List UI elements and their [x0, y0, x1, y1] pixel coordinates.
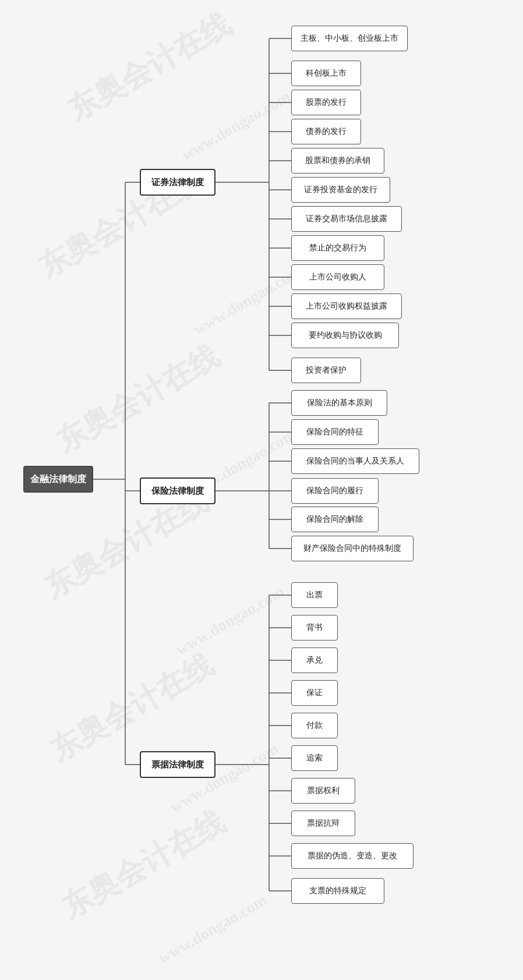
mind-map-diagram: 东奥会计在线 www.dongao.com 东奥会计在线 www.dongao.…	[0, 0, 523, 980]
leaf-node: 禁止的交易行为	[291, 235, 384, 261]
leaf-node: 支票的特殊规定	[291, 878, 384, 904]
leaf-node: 背书	[291, 615, 338, 641]
leaf-node: 上市公司收购人	[291, 264, 384, 290]
leaf-node: 债券的发行	[291, 119, 361, 144]
leaf-node: 上市公司收购权益披露	[291, 293, 402, 319]
leaf-node: 股票的发行	[291, 90, 361, 115]
leaf-node: 证券交易市场信息披露	[291, 206, 402, 232]
leaf-node: 保险合同的解除	[291, 507, 379, 532]
leaf-node: 承兑	[291, 648, 338, 673]
leaf-node: 票据的伪造、变造、更改	[291, 843, 414, 869]
mid-node-insurance: 保险法律制度	[140, 477, 215, 504]
leaf-node: 主板、中小板、创业板上市	[291, 26, 408, 51]
leaf-node: 付款	[291, 713, 338, 738]
root-node: 金融法律制度	[23, 466, 93, 493]
leaf-node: 出票	[291, 582, 338, 608]
leaf-node: 财产保险合同中的特殊制度	[291, 536, 414, 561]
leaf-node: 要约收购与协议收购	[291, 323, 399, 348]
leaf-node: 保险合同的履行	[291, 478, 379, 504]
leaf-node: 票据抗辩	[291, 811, 355, 836]
leaf-node: 证券投资基金的发行	[291, 177, 390, 203]
leaf-node: 科创板上市	[291, 61, 361, 86]
leaf-node: 股票和债券的承销	[291, 148, 384, 174]
leaf-node: 票据权利	[291, 778, 355, 804]
leaf-node: 保险合同的当事人及关系人	[291, 448, 419, 474]
leaf-node: 保险合同的特征	[291, 419, 379, 445]
mid-node-bills: 票据法律制度	[140, 751, 215, 778]
leaf-node: 保险法的基本原则	[291, 390, 387, 416]
leaf-node: 追索	[291, 745, 338, 771]
leaf-node: 投资者保护	[291, 358, 361, 383]
mid-node-securities: 证券法律制度	[140, 169, 215, 196]
leaf-node: 保证	[291, 680, 338, 706]
